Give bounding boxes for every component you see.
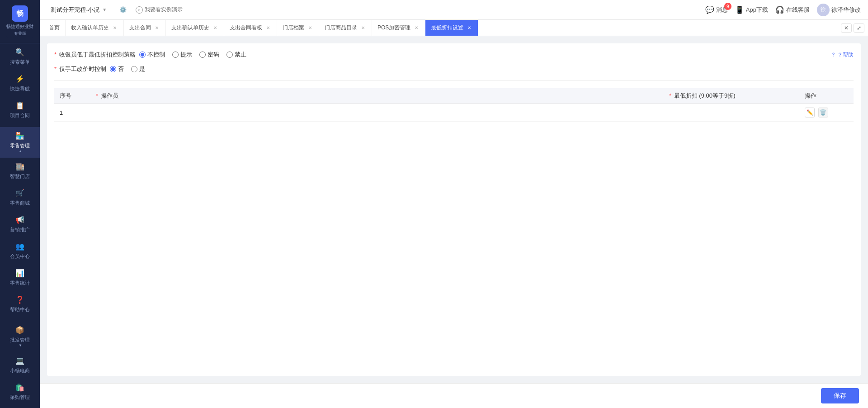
sidebar-item-inventory[interactable]: 📦 库存核算 xyxy=(0,405,40,408)
tab-payment-contract[interactable]: 支出合同 ✕ xyxy=(124,20,166,36)
cell-seq: 1 xyxy=(54,104,90,122)
cell-operator xyxy=(90,104,664,122)
row-delete-btn[interactable]: 🗑️ xyxy=(818,108,828,117)
sidebar-label-smart-store: 智慧门店 xyxy=(10,173,30,180)
radio-no-control[interactable]: 不控制 xyxy=(139,51,165,59)
sidebar-item-ecommerce[interactable]: 💻 小畅电商 xyxy=(0,352,40,379)
help-link[interactable]: ？ ？帮助 xyxy=(830,51,854,59)
sidebar-item-marketing[interactable]: 📢 营销推广 xyxy=(0,211,40,238)
tab-income-confirm-close[interactable]: ✕ xyxy=(112,25,118,31)
sidebar-label-retail-stat: 零售统计 xyxy=(10,280,30,286)
sidebar-item-project[interactable]: 📋 项目合同 xyxy=(0,97,40,123)
user-name: 徐泽华修改 xyxy=(831,6,861,14)
sidebar-item-purchase[interactable]: 🛍️ 采购管理 xyxy=(0,379,40,405)
tab-store-archive-close[interactable]: ✕ xyxy=(307,25,313,31)
tab-payment-board-close[interactable]: ✕ xyxy=(265,25,271,31)
form-section: * 收银员低于最低折扣控制策略 不控制 提示 xyxy=(54,51,854,81)
field2-radio-group: 否 是 xyxy=(110,65,145,73)
sidebar-label-retail: 零售管理 xyxy=(10,142,30,149)
col-header-discount: * 最低折扣 (9.00等于9折) xyxy=(664,88,799,104)
customer-service-btn[interactable]: 🎧 在线客服 xyxy=(775,5,810,14)
radio-hint-input[interactable] xyxy=(172,52,179,58)
tab-payment-contract-label: 支出合同 xyxy=(129,24,151,32)
radio-hint-label: 提示 xyxy=(180,51,192,59)
radio-forbid-input[interactable] xyxy=(226,52,233,58)
tab-close-btn[interactable]: ✕ xyxy=(841,23,852,33)
tab-payment-contract-close[interactable]: ✕ xyxy=(154,25,160,31)
tab-min-discount-close[interactable]: ✕ xyxy=(466,25,472,31)
sidebar-item-retail[interactable]: 🏪 零售管理 xyxy=(0,127,40,158)
table-container: 序号 * 操作员 * 最低折扣 (9.00等于9折) 操作 xyxy=(54,88,854,122)
radio-password-input[interactable] xyxy=(199,52,206,58)
sidebar-item-wholesale[interactable]: 📦 批发管理 xyxy=(0,321,40,352)
app-download-btn[interactable]: 📱 App下载 xyxy=(735,5,768,14)
marketing-icon: 📢 xyxy=(15,216,24,224)
content-panel: * 收银员低于最低折扣控制策略 不控制 提示 xyxy=(47,43,861,376)
tab-store-goods-close[interactable]: ✕ xyxy=(360,25,366,31)
row-edit-btn[interactable]: ✏️ xyxy=(805,108,815,117)
cell-actions: ✏️ 🗑️ xyxy=(799,104,854,122)
demo-link-text: 我要看实例演示 xyxy=(145,6,183,14)
member-icon: 👥 xyxy=(15,242,24,251)
tab-payment-board[interactable]: 支出合同看板 ✕ xyxy=(224,20,277,36)
sidebar-label-marketing: 营销推广 xyxy=(10,226,30,233)
retail-mall-icon: 🛒 xyxy=(15,189,24,197)
radio-forbid[interactable]: 禁止 xyxy=(226,51,246,59)
demo-link[interactable]: ○ 我要看实例演示 xyxy=(136,6,183,14)
service-icon: 🎧 xyxy=(775,5,784,14)
sidebar-item-retail-mall[interactable]: 🛒 零售商城 xyxy=(0,184,40,211)
retail-stat-icon: 📊 xyxy=(15,269,24,277)
field1-required-mark: * xyxy=(54,51,57,58)
tab-store-goods[interactable]: 门店商品目录 ✕ xyxy=(319,20,372,36)
radio-yes-label: 是 xyxy=(139,65,145,73)
app-download-label: App下载 xyxy=(746,6,768,14)
radio-no-input[interactable] xyxy=(110,66,116,72)
radio-password[interactable]: 密码 xyxy=(199,51,219,59)
project-name: 测试分开完程-小况 xyxy=(51,6,99,14)
gear-icon: ⚙️ xyxy=(119,6,127,13)
sidebar-item-help[interactable]: ❓ 帮助中心 xyxy=(0,291,40,318)
purchase-icon: 🛍️ xyxy=(15,383,24,392)
footer-bar: 保存 xyxy=(40,383,868,408)
project-selector[interactable]: 测试分开完程-小况 ▼ xyxy=(47,4,110,16)
sidebar-label-wholesale: 批发管理 xyxy=(10,337,30,343)
shortcut-icon: ⚡ xyxy=(15,75,24,83)
help-link-text: ？帮助 xyxy=(837,51,854,59)
demo-circle-icon: ○ xyxy=(136,6,143,14)
save-button[interactable]: 保存 xyxy=(821,388,859,403)
topbar-right: 💬 消息 9 📱 App下载 🎧 在线客服 徐 徐泽华修改 xyxy=(705,4,861,16)
radio-hint[interactable]: 提示 xyxy=(172,51,192,59)
tab-payment-confirm[interactable]: 支出确认单历史 ✕ xyxy=(166,20,224,36)
tabs-actions: ✕ ⤢ xyxy=(841,23,864,33)
sidebar-label-retail-mall: 零售商城 xyxy=(10,200,30,206)
user-menu[interactable]: 徐 徐泽华修改 xyxy=(817,4,861,16)
tab-pos-password[interactable]: POS加密管理 ✕ xyxy=(372,20,425,36)
tab-pos-password-close[interactable]: ✕ xyxy=(413,25,420,31)
tab-store-archive[interactable]: 门店档案 ✕ xyxy=(277,20,319,36)
sidebar-item-smart-store[interactable]: 🏬 智慧门店 xyxy=(0,158,40,184)
radio-no-control-input[interactable] xyxy=(139,52,146,58)
topbar-left: 测试分开完程-小况 ▼ ⚙️ ○ 我要看实例演示 xyxy=(47,4,183,16)
help-icon: ❓ xyxy=(15,295,24,304)
sidebar-item-member[interactable]: 👥 会员中心 xyxy=(0,238,40,264)
tab-payment-board-label: 支出合同看板 xyxy=(230,24,262,32)
notification-badge: 9 xyxy=(724,3,731,10)
tab-income-confirm[interactable]: 收入确认单历史 ✕ xyxy=(66,20,124,36)
radio-no[interactable]: 否 xyxy=(110,65,124,73)
tab-expand-btn[interactable]: ⤢ xyxy=(854,23,864,33)
radio-yes-input[interactable] xyxy=(131,66,137,72)
app-logo: 畅 畅捷通好业财 专业版 xyxy=(0,0,40,43)
tab-home[interactable]: 首页 xyxy=(43,20,66,36)
sidebar-item-shortcut[interactable]: ⚡ 快捷导航 xyxy=(0,70,40,97)
download-icon: 📱 xyxy=(735,5,744,14)
logo-icon: 畅 xyxy=(12,5,28,22)
sidebar-item-search[interactable]: 🔍 搜索菜单 xyxy=(0,43,40,70)
content-area: * 收银员低于最低折扣控制策略 不控制 提示 xyxy=(40,36,868,383)
col-header-seq: 序号 xyxy=(54,88,90,104)
radio-yes[interactable]: 是 xyxy=(131,65,145,73)
sidebar-item-retail-stat[interactable]: 📊 零售统计 xyxy=(0,264,40,291)
tab-payment-confirm-close[interactable]: ✕ xyxy=(212,25,218,31)
tab-min-discount[interactable]: 最低折扣设置 ✕ xyxy=(425,20,478,36)
notification-btn[interactable]: 💬 消息 9 xyxy=(705,5,728,14)
settings-btn[interactable]: ⚙️ xyxy=(116,5,130,15)
